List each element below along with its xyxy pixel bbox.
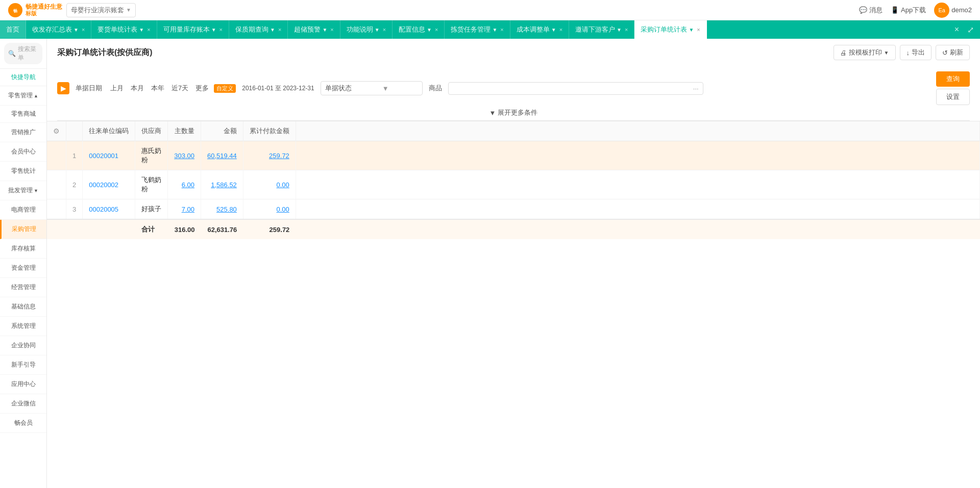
- sidebar-item-yingyong[interactable]: 应用中心: [0, 375, 46, 394]
- chevron-down-icon: ▼: [551, 27, 556, 33]
- tab-chengben[interactable]: 成本调整单 ▼ ×: [510, 20, 569, 39]
- date-option-7days[interactable]: 近7天: [169, 83, 190, 94]
- sidebar-item-qiye-weixin[interactable]: 企业微信: [0, 394, 46, 414]
- status-filter[interactable]: 单据状态 ▼: [321, 81, 423, 95]
- date-option-more[interactable]: 更多: [193, 83, 211, 94]
- data-table: ⚙ 往来单位编码 供应商 主数量 金额 累计付款金额 1: [47, 121, 980, 239]
- row-amount[interactable]: 60,519.44: [201, 141, 243, 170]
- app-download-button[interactable]: 📱 App下载: [891, 6, 926, 15]
- row-amount[interactable]: 525.80: [201, 199, 243, 220]
- sidebar-item-qiye[interactable]: 企业协同: [0, 336, 46, 355]
- message-button[interactable]: 💬 消息: [859, 6, 883, 15]
- sidebar-item-lingshao-shangcheng[interactable]: 零售商城: [0, 106, 46, 123]
- th-quantity: 主数量: [168, 121, 201, 141]
- restore-window-button[interactable]: ⤢: [965, 24, 976, 36]
- th-code: 往来单位编码: [83, 121, 135, 141]
- filter-toggle-button[interactable]: ▶: [57, 82, 69, 94]
- tab-chaochubaoling[interactable]: 超储预警 ▼ ×: [288, 20, 340, 39]
- tab-tuohuo[interactable]: 拣货任务管理 ▼ ×: [445, 20, 510, 39]
- content-area: 采购订单统计表(按供应商) 🖨 按模板打印 ▼ ↓ 导出 ↺ 刷新: [47, 39, 980, 488]
- row-code[interactable]: 00020005: [83, 199, 135, 220]
- close-icon[interactable]: ×: [82, 27, 85, 33]
- tab-shoufa[interactable]: 收发存汇总表 ▼ ×: [26, 20, 91, 39]
- date-option-this-year[interactable]: 本年: [149, 83, 166, 94]
- close-icon[interactable]: ×: [500, 27, 503, 33]
- close-icon[interactable]: ×: [383, 27, 386, 33]
- sidebar-item-jingying[interactable]: 经营管理: [0, 278, 46, 297]
- close-icon[interactable]: ×: [147, 27, 150, 33]
- tab-gongneng[interactable]: 功能说明 ▼ ×: [340, 20, 393, 39]
- sidebar-item-huiyuan[interactable]: 会员中心: [0, 142, 46, 162]
- chevron-down-icon: ▼: [689, 27, 694, 33]
- template-print-button[interactable]: 🖨 按模板打印 ▼: [834, 45, 896, 60]
- sidebar-item-jichu[interactable]: 基础信息: [0, 297, 46, 317]
- expand-more-button[interactable]: ▼ 展开更多条件: [57, 105, 970, 120]
- close-icon[interactable]: ×: [697, 27, 700, 33]
- close-icon[interactable]: ×: [559, 27, 562, 33]
- chevron-down-icon: ▼: [270, 27, 275, 33]
- sidebar-item-shortcut[interactable]: 快捷导航: [0, 69, 46, 86]
- refresh-button[interactable]: ↺ 刷新: [936, 45, 970, 60]
- settings-button[interactable]: 设置: [936, 89, 970, 105]
- sidebar-item-yingxiao[interactable]: 营销推广: [0, 123, 46, 142]
- chevron-down-icon: ▼: [489, 109, 496, 117]
- row-paid[interactable]: 259.72: [243, 141, 296, 170]
- export-button[interactable]: ↓ 导出: [900, 45, 932, 60]
- row-code[interactable]: 00020002: [83, 170, 135, 199]
- row-quantity[interactable]: 7.00: [168, 199, 201, 220]
- sidebar-item-kucun[interactable]: 库存核算: [0, 239, 46, 259]
- sidebar-item-xinshou[interactable]: 新手引导: [0, 355, 46, 375]
- chevron-down-icon: ▼: [427, 27, 432, 33]
- sidebar-item-zijin[interactable]: 资金管理: [0, 259, 46, 278]
- search-input-wrapper[interactable]: 🔍 搜索菜单: [4, 43, 42, 64]
- user-profile[interactable]: Ea demo2: [934, 3, 972, 18]
- more-icon[interactable]: ···: [693, 85, 699, 92]
- close-all-tabs-button[interactable]: ×: [952, 24, 961, 35]
- tab-yaoqing[interactable]: 邀请下游客户 ▼ ×: [569, 20, 634, 39]
- page-header: 采购订单统计表(按供应商) 🖨 按模板打印 ▼ ↓ 导出 ↺ 刷新: [47, 39, 980, 121]
- close-icon[interactable]: ×: [278, 27, 281, 33]
- sidebar-item-lingshao[interactable]: 零售管理 ▲: [0, 86, 46, 106]
- tab-baozhi[interactable]: 保质期查询 ▼ ×: [229, 20, 288, 39]
- chevron-right-icon: ▶: [61, 84, 66, 92]
- close-icon[interactable]: ×: [625, 27, 628, 33]
- tab-keyongliang[interactable]: 可用量库存账本 ▼ ×: [157, 20, 229, 39]
- query-button[interactable]: 查询: [936, 71, 970, 87]
- sidebar-item-caigou[interactable]: 采购管理: [0, 220, 46, 239]
- row-quantity[interactable]: 303.00: [168, 141, 201, 170]
- row-paid[interactable]: 0.00: [243, 170, 296, 199]
- row-checkbox: [47, 199, 66, 220]
- tab-yaohuo[interactable]: 要货单统计表 ▼ ×: [91, 20, 157, 39]
- sidebar-item-pifa[interactable]: 批发管理 ▼: [0, 181, 46, 200]
- sidebar-item-xitong[interactable]: 系统管理: [0, 317, 46, 336]
- footer-paid: 259.72: [243, 219, 296, 239]
- close-icon[interactable]: ×: [330, 27, 333, 33]
- row-supplier: 惠氏奶粉: [135, 141, 168, 170]
- tab-home[interactable]: 首页: [0, 20, 26, 39]
- row-amount[interactable]: 1,586.52: [201, 170, 243, 199]
- close-icon[interactable]: ×: [219, 27, 223, 33]
- sidebar-item-changhui[interactable]: 畅会员: [0, 414, 46, 433]
- footer-label: 合计: [135, 219, 168, 239]
- goods-filter-input[interactable]: ···: [448, 82, 703, 95]
- logo-icon: 畅: [8, 3, 22, 17]
- close-icon[interactable]: ×: [435, 27, 438, 33]
- date-filter-label: 单据日期: [76, 84, 102, 93]
- column-settings-icon[interactable]: ⚙: [53, 127, 60, 135]
- tab-caigou[interactable]: 采购订单统计表 ▼ ×: [634, 20, 706, 39]
- footer-quantity: 316.00: [168, 219, 201, 239]
- date-option-last-month[interactable]: 上月: [108, 83, 126, 94]
- row-quantity[interactable]: 6.00: [168, 170, 201, 199]
- chevron-down-icon: ▼: [617, 27, 622, 33]
- date-custom-badge[interactable]: 自定义: [214, 84, 236, 93]
- workspace-selector[interactable]: 母婴行业演示账套 ▼: [66, 3, 136, 17]
- sidebar-item-lingshao-tongji[interactable]: 零售统计: [0, 162, 46, 181]
- sidebar-item-label: 会员中心: [11, 148, 36, 155]
- row-code[interactable]: 00020001: [83, 141, 135, 170]
- message-icon: 💬: [859, 6, 867, 14]
- tab-peizhi[interactable]: 配置信息 ▼ ×: [393, 20, 445, 39]
- row-paid[interactable]: 0.00: [243, 199, 296, 220]
- date-option-this-month[interactable]: 本月: [129, 83, 146, 94]
- sidebar-item-dianshang[interactable]: 电商管理: [0, 200, 46, 220]
- nav-tabs: 首页 收发存汇总表 ▼ × 要货单统计表 ▼ × 可用量库存账本 ▼ × 保质期…: [0, 20, 980, 39]
